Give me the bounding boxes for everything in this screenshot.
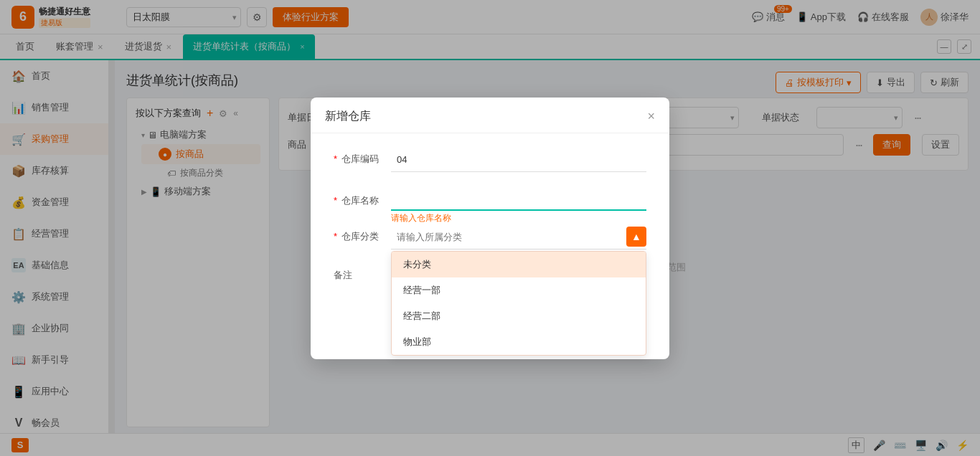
category-option-property[interactable]: 物业部: [392, 329, 646, 355]
category-required: *: [334, 231, 337, 242]
remark-label: 备注: [334, 264, 391, 282]
form-row-name: * 仓库名称 请输入仓库名称: [334, 186, 646, 211]
dialog-close-btn[interactable]: ×: [647, 110, 655, 123]
category-label: * 仓库分类: [334, 225, 391, 243]
dialog-body: * 仓库编码 * 仓库名称 请输入仓库名称 *: [311, 133, 669, 292]
category-option-unclassified[interactable]: 未分类: [392, 252, 646, 277]
category-option-dept2[interactable]: 经营二部: [392, 303, 646, 329]
code-input[interactable]: [391, 148, 646, 172]
form-row-category: * 仓库分类 ▲ 未分类 经营一部 经营二部 物业部: [334, 225, 646, 250]
name-label: * 仓库名称: [334, 189, 391, 207]
category-dropdown: 未分类 经营一部 经营二部 物业部: [391, 251, 646, 356]
dialog-new-warehouse: 新增仓库 × * 仓库编码 * 仓库名称: [311, 98, 669, 359]
category-toggle-btn[interactable]: ▲: [626, 227, 646, 247]
category-label-text: 仓库分类: [341, 231, 379, 242]
name-label-text: 仓库名称: [341, 195, 379, 206]
dialog-title: 新增仓库: [325, 109, 371, 124]
required-marker: *: [334, 153, 337, 164]
code-label-text: 仓库编码: [341, 153, 379, 164]
name-input[interactable]: [391, 186, 646, 211]
code-label: * 仓库编码: [334, 148, 391, 166]
category-option-dept1[interactable]: 经营一部: [392, 277, 646, 303]
remark-label-text: 备注: [334, 270, 352, 280]
category-wrap: ▲ 未分类 经营一部 经营二部 物业部: [391, 225, 646, 250]
name-error-msg: 请输入仓库名称: [391, 212, 451, 224]
category-input[interactable]: [391, 232, 626, 242]
category-input-wrap: ▲: [391, 225, 646, 250]
dialog-header: 新增仓库 ×: [311, 98, 669, 133]
form-row-code: * 仓库编码: [334, 148, 646, 172]
name-required: *: [334, 195, 337, 206]
modal-overlay[interactable]: 新增仓库 × * 仓库编码 * 仓库名称: [0, 0, 980, 456]
